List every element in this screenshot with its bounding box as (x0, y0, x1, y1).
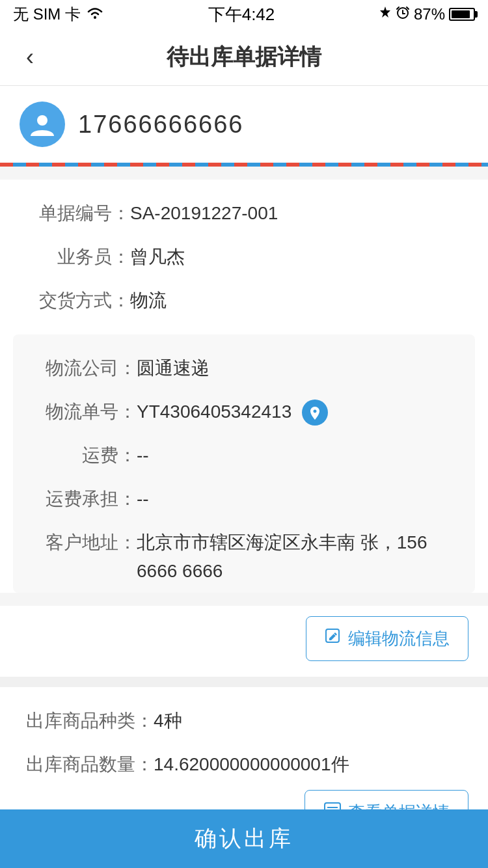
quantity-row: 出库商品数量： 14.620000000000001件 (26, 750, 462, 780)
avatar (20, 102, 65, 147)
svg-point-0 (94, 16, 96, 19)
delivery-method-value: 物流 (130, 286, 462, 316)
edit-icon (325, 628, 342, 649)
carrier-text: 无 SIM 卡 (13, 4, 81, 25)
address-row: 客户地址： 北京市市辖区海淀区永丰南 张，156 6666 6666 (33, 528, 455, 587)
category-label: 出库商品种类： (26, 707, 154, 736)
tracking-number-row: 物流单号： YT4306405342413 (33, 398, 455, 427)
tracking-number-value: YT4306405342413 (137, 398, 455, 427)
battery-icon (449, 8, 475, 21)
freight-label: 运费： (33, 441, 137, 470)
status-time: 下午4:42 (208, 3, 275, 26)
gray-separator (0, 677, 488, 687)
svg-line-5 (407, 7, 409, 9)
back-button[interactable]: ‹ (20, 37, 40, 77)
tracking-number-label: 物流单号： (33, 398, 137, 427)
quantity-label: 出库商品数量： (26, 750, 154, 780)
status-left: 无 SIM 卡 (13, 4, 104, 25)
delivery-method-label: 交货方式： (26, 286, 130, 316)
category-row: 出库商品种类： 4种 (26, 707, 462, 736)
freight-row: 运费： -- (33, 441, 455, 470)
location-status-icon (379, 5, 392, 23)
page-title: 待出库单据详情 (167, 42, 321, 72)
status-right: 87% (379, 5, 475, 23)
tracking-location-button[interactable] (302, 400, 328, 426)
confirm-btn-label: 确认出库 (195, 824, 293, 854)
basic-info-section: 单据编号： SA-20191227-001 业务员： 曾凡杰 交货方式： 物流 (0, 180, 488, 334)
salesperson-value: 曾凡杰 (130, 243, 462, 272)
logistics-card: 物流公司： 圆通速递 物流单号： YT4306405342413 运费： -- (13, 334, 475, 593)
edit-logistics-button[interactable]: 编辑物流信息 (306, 616, 468, 661)
delivery-method-row: 交货方式： 物流 (26, 286, 462, 316)
freight-bearer-value: -- (137, 485, 455, 514)
logistics-company-row: 物流公司： 圆通速递 (33, 354, 455, 383)
svg-point-6 (37, 115, 47, 126)
items-info-section: 出库商品种类： 4种 出库商品数量： 14.620000000000001件 (0, 687, 488, 780)
freight-bearer-label: 运费承担： (33, 485, 137, 514)
salesperson-row: 业务员： 曾凡杰 (26, 243, 462, 272)
logistics-wrapper: 物流公司： 圆通速递 物流单号： YT4306405342413 运费： -- (0, 334, 488, 593)
document-number-value: SA-20191227-001 (130, 199, 462, 228)
edit-logistics-label: 编辑物流信息 (348, 627, 450, 650)
freight-value: -- (137, 441, 455, 470)
edit-btn-row: 编辑物流信息 (0, 606, 488, 677)
battery-text: 87% (414, 5, 445, 23)
customer-phone: 17666666666 (78, 111, 243, 139)
document-number-row: 单据编号： SA-20191227-001 (26, 199, 462, 228)
nav-bar: ‹ 待出库单据详情 (0, 29, 488, 86)
status-bar: 无 SIM 卡 下午4:42 (0, 0, 488, 29)
logistics-company-label: 物流公司： (33, 354, 137, 383)
customer-header: 17666666666 (0, 86, 488, 163)
document-number-label: 单据编号： (26, 199, 130, 228)
category-value: 4种 (154, 707, 462, 736)
freight-bearer-row: 运费承担： -- (33, 485, 455, 514)
wifi-icon (86, 5, 104, 23)
salesperson-label: 业务员： (26, 243, 130, 272)
address-label: 客户地址： (33, 528, 137, 558)
quantity-value: 14.620000000000001件 (154, 750, 462, 780)
dashed-divider (0, 163, 488, 167)
address-value: 北京市市辖区海淀区永丰南 张，156 6666 6666 (137, 528, 455, 587)
svg-line-4 (397, 7, 399, 9)
logistics-company-value: 圆通速递 (137, 354, 455, 383)
confirm-btn-bar[interactable]: 确认出库 (0, 809, 488, 868)
alarm-icon (396, 5, 410, 23)
